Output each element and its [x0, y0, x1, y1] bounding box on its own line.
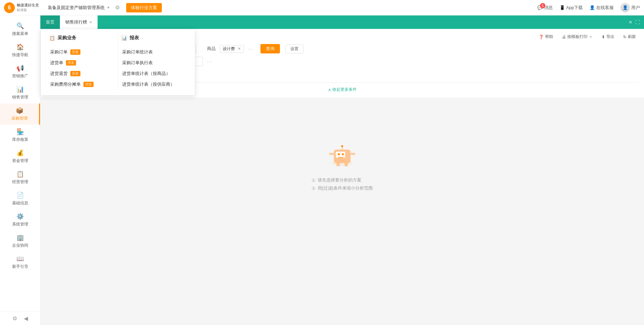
export-btn[interactable]: ⬆ 导出 [599, 33, 617, 41]
procurement-icon: 📦 [16, 107, 23, 114]
dropdown-item-inbound-goods[interactable]: 进货单统计表（按商品） [121, 68, 187, 79]
system-icon: ⚙️ [16, 213, 24, 220]
help-icon: ❓ [539, 35, 544, 39]
logo-badge: 标准版 [17, 8, 39, 12]
sidebar-item-system[interactable]: ⚙️ 系统管理 [0, 209, 40, 231]
goods-tag-close[interactable]: ✕ [238, 46, 241, 51]
home-icon: 🏠 [16, 43, 24, 51]
collapse-icon: ∧ [328, 87, 331, 92]
tab-close-icon[interactable]: ✕ [89, 20, 92, 25]
history-badge-3: 历史 [83, 82, 94, 87]
tab-bar: 首页 销售排行榜 ✕ ✕ ⛶ [40, 15, 644, 29]
sidebar-item-search[interactable]: 🔍 搜索菜单 [0, 19, 40, 40]
svg-point-6 [341, 145, 343, 147]
user-avatar: 👤 [620, 3, 630, 12]
enterprise-icon: 🏢 [16, 234, 24, 241]
dropdown-item-inbound[interactable]: 进货单 历史 [49, 57, 115, 68]
basic-info-icon: 📄 [16, 192, 24, 199]
query-btn[interactable]: 查询 [260, 44, 280, 53]
dropdown-item-purchase-exec[interactable]: 采购订单执行表 [121, 57, 187, 68]
notification-badge: 5 [540, 3, 545, 8]
empty-hint-2: 用[过滤]条件来缩小分析范围 [318, 185, 372, 191]
dropdown-col-reports: 📊 报表 采购订单统计表 采购订单执行表 进货单统计表（按商品） 进货单统计表（… [118, 35, 190, 90]
sidebar-item-marketing[interactable]: 📢 营销推广 [0, 61, 40, 82]
refresh-btn[interactable]: ↻ 刷新 [620, 33, 639, 41]
dropdown-item-inbound-supplier[interactable]: 进货单统计表（按供应商） [121, 79, 187, 90]
print-arrow-icon: ▼ [589, 35, 593, 39]
history-badge-2: 历史 [70, 71, 80, 76]
logo-text: 畅捷通好生意 [17, 3, 39, 7]
sidebar-item-finance[interactable]: 💰 资金管理 [0, 146, 40, 167]
settings-icon[interactable]: ⚙ [113, 3, 122, 12]
print-icon: 🖨 [562, 35, 566, 39]
tab-home[interactable]: 首页 [40, 15, 60, 29]
svg-point-4 [342, 153, 344, 155]
svg-point-3 [338, 153, 340, 155]
dropdown-item-purchase-stat[interactable]: 采购订单统计表 [121, 47, 187, 57]
salesperson-more-dots[interactable]: ··· [207, 59, 213, 64]
settings-filter-btn[interactable]: 设置 [285, 44, 303, 53]
sidebar-settings-icon[interactable]: ⚙ [12, 315, 17, 322]
logo-area: 6 畅捷通好生意 标准版 [4, 2, 44, 13]
sidebar-item-basic-info[interactable]: 📄 基础信息 [0, 188, 40, 209]
empty-hint-1: 请先选择要分析的方案 [318, 177, 361, 183]
messages-btn[interactable]: 💬 5 消息 [537, 5, 553, 11]
print-btn[interactable]: 🖨 按模板打印 ▼ [559, 33, 596, 41]
tab-bar-actions: ✕ ⛶ [629, 19, 644, 25]
goods-more-dots[interactable]: ··· [248, 46, 254, 51]
sidebar-bottom: ⚙ ◀ [0, 312, 40, 325]
marketing-icon: 📢 [16, 65, 24, 72]
sidebar-item-guide[interactable]: 📖 新手引导 [0, 252, 40, 273]
dropdown-col-procurement: 📋 采购业务 采购订单 历史 进货单 历史 进货退货 历史 采购费用分摊单 历史 [46, 35, 118, 90]
export-icon: ⬆ [602, 35, 605, 39]
top-header: 6 畅捷通好生意 标准版 装备及固定资产辅助管理系统 ▼ ⚙ 体验行业方案 💬 … [0, 0, 644, 15]
dropdown-item-return[interactable]: 进货退货 历史 [49, 68, 115, 79]
dropdown-col-procurement-title: 📋 采购业务 [49, 35, 115, 43]
tab-ranking[interactable]: 销售排行榜 ✕ [60, 15, 98, 29]
tab-close-all-icon[interactable]: ✕ [629, 19, 633, 25]
guide-icon: 📖 [16, 255, 24, 262]
tab-maximize-icon[interactable]: ⛶ [635, 19, 640, 25]
svg-rect-8 [351, 153, 355, 155]
sidebar-item-sales[interactable]: 📊 销售管理 [0, 82, 40, 104]
svg-rect-7 [329, 153, 334, 155]
dropdown-menu: 📋 采购业务 采购订单 历史 进货单 历史 进货退货 历史 采购费用分摊单 历史… [40, 29, 195, 95]
sidebar-item-quick-nav[interactable]: 🏠 快捷导航 [0, 40, 40, 61]
dropdown-item-purchase-order[interactable]: 采购订单 历史 [49, 47, 115, 57]
sidebar-item-enterprise[interactable]: 🏢 企业协同 [0, 231, 40, 252]
system-dropdown-arrow: ▼ [107, 6, 110, 9]
user-btn[interactable]: 👤 用户 [620, 3, 640, 12]
operations-icon: 📋 [16, 170, 24, 178]
header-right: 💬 5 消息 📱 App下载 👤 在线客服 👤 用户 [537, 3, 640, 12]
goods-tag: 设计费 ✕ [220, 45, 244, 53]
collapse-btn[interactable]: ∧ 收起更多条件 [324, 85, 361, 94]
notification-icon: 💬 5 [537, 5, 543, 10]
sidebar-collapse-icon[interactable]: ◀ [24, 315, 28, 322]
procurement-title-icon: 📋 [49, 35, 56, 41]
help-btn[interactable]: ❓ 帮助 [536, 33, 556, 41]
system-name[interactable]: 装备及固定资产辅助管理系统 ▼ [48, 5, 110, 11]
sidebar-item-operations[interactable]: 📋 经营管理 [0, 167, 40, 188]
history-badge-0: 历史 [70, 49, 80, 55]
dropdown-item-cost[interactable]: 采购费用分摊单 历史 [49, 79, 115, 90]
sidebar-item-inventory[interactable]: 🏪 库存核算 [0, 125, 40, 146]
dropdown-col-reports-title: 📊 报表 [121, 35, 187, 43]
refresh-icon: ↻ [623, 35, 627, 39]
finance-icon: 💰 [16, 149, 24, 157]
empty-state: ① 请先选择要分析的方案 ② 用[过滤]条件来缩小分析范围 [40, 98, 644, 233]
logo-icon: 6 [4, 2, 15, 13]
svg-rect-9 [336, 162, 340, 166]
online-service-btn[interactable]: 👤 在线客服 [589, 5, 614, 11]
svg-rect-10 [345, 162, 348, 166]
search-icon: 🔍 [16, 22, 24, 30]
sidebar: 🔍 搜索菜单 🏠 快捷导航 📢 营销推广 📊 销售管理 📦 采购管理 🏪 库存核… [0, 15, 40, 325]
reports-title-icon: 📊 [121, 35, 128, 41]
app-download-btn[interactable]: 📱 App下载 [560, 5, 583, 11]
industry-btn[interactable]: 体验行业方案 [126, 3, 162, 12]
empty-illustration [324, 139, 361, 173]
history-badge-1: 历史 [66, 60, 76, 66]
inventory-icon: 🏪 [16, 128, 24, 135]
sales-icon: 📊 [16, 86, 24, 93]
sidebar-item-procurement[interactable]: 📦 采购管理 [0, 104, 40, 125]
